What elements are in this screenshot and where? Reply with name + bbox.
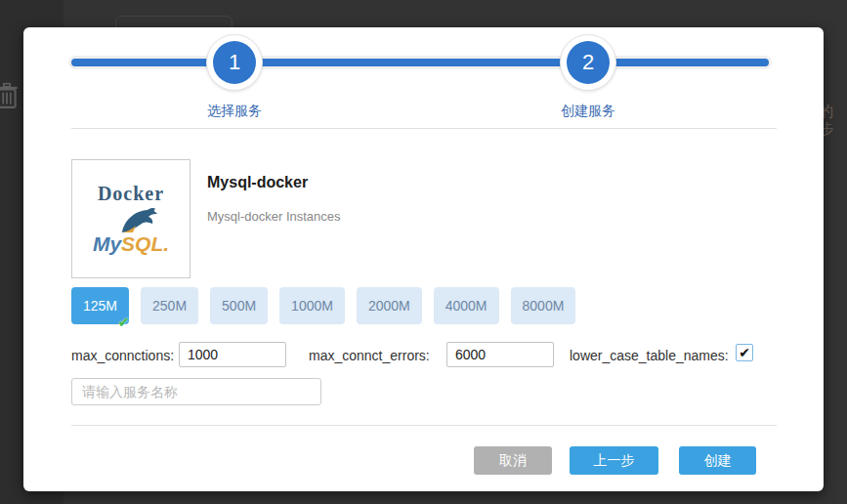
wizard-progress-track xyxy=(68,56,772,69)
memory-option-125m[interactable]: 125M ✔ xyxy=(71,287,129,324)
wizard-progress-fill xyxy=(71,59,769,66)
max-connect-errors-label: max_connct_errors: xyxy=(309,348,430,363)
memory-option-4000m[interactable]: 4000M xyxy=(434,287,499,324)
mysql-logo-sql: SQL. xyxy=(121,232,169,255)
max-connections-label: max_connctions: xyxy=(71,348,174,363)
memory-option-500m[interactable]: 500M xyxy=(210,287,268,324)
docker-logo-text: Docker xyxy=(98,183,164,205)
wizard-step-2-number: 2 xyxy=(567,41,610,84)
memory-option-1000m[interactable]: 1000M xyxy=(279,287,345,324)
memory-option-2000m[interactable]: 2000M xyxy=(357,287,422,324)
service-title: Mysql-docker xyxy=(207,174,308,191)
memory-option-label: 125M xyxy=(83,298,117,314)
memory-option-250m[interactable]: 250M xyxy=(141,287,198,324)
memory-option-8000m[interactable]: 8000M xyxy=(511,287,576,324)
mysql-logo-my: My xyxy=(93,232,121,255)
service-logo: Docker MySQL. xyxy=(71,159,191,278)
mysql-logo-text: MySQL. xyxy=(93,232,169,256)
divider xyxy=(71,425,777,426)
service-name-input[interactable] xyxy=(71,378,321,405)
divider xyxy=(71,128,777,129)
selected-check-icon: ✔ xyxy=(117,314,130,331)
service-subtitle: Mysql-docker Instances xyxy=(207,209,341,224)
wizard-step-2-label: 创建服务 xyxy=(520,103,656,120)
create-button[interactable]: 创建 xyxy=(679,446,756,475)
memory-option-label: 1000M xyxy=(291,298,333,314)
lower-case-table-names-label: lower_case_table_names: xyxy=(570,348,729,363)
lower-case-table-names-checkbox[interactable]: ✔ xyxy=(736,344,753,361)
memory-size-options: 125M ✔ 250M 500M 1000M 2000M 4000M 8000M xyxy=(71,287,575,324)
wizard-step-2[interactable]: 2 xyxy=(560,34,616,91)
memory-option-label: 4000M xyxy=(445,298,487,314)
create-service-dialog: 1 2 选择服务 创建服务 Docker MySQL. Mysql-docker… xyxy=(23,27,824,491)
wizard-step-1-number: 1 xyxy=(213,41,256,84)
max-connect-errors-input[interactable] xyxy=(446,342,554,367)
wizard-step-1[interactable]: 1 xyxy=(206,34,263,91)
memory-option-label: 8000M xyxy=(523,298,565,314)
wizard-step-1-label: 选择服务 xyxy=(166,103,303,120)
cancel-button[interactable]: 取消 xyxy=(474,446,552,475)
memory-option-label: 500M xyxy=(222,298,256,314)
max-connections-input[interactable] xyxy=(179,342,286,367)
trash-icon xyxy=(0,82,20,109)
memory-option-label: 2000M xyxy=(368,298,410,314)
previous-step-button[interactable]: 上一步 xyxy=(570,446,658,475)
memory-option-label: 250M xyxy=(152,298,187,314)
